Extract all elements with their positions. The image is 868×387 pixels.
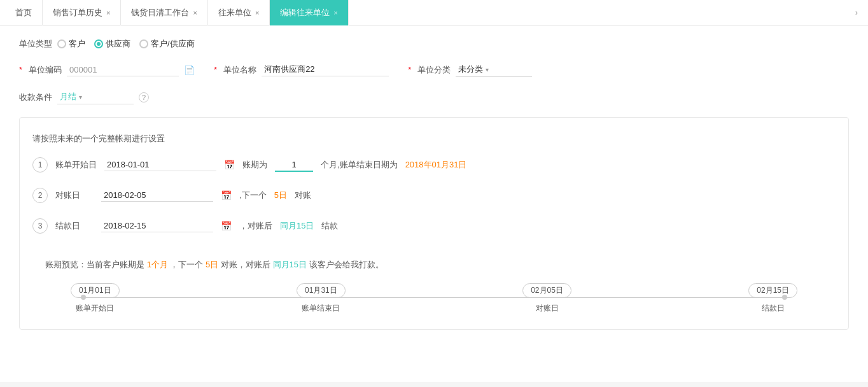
timeline-label-4: 结款日 [762,303,785,314]
reconcile-date-input[interactable] [101,189,213,202]
payment-condition-field: 收款条件 月结 ▾ ? [19,90,149,104]
reconcile-desc-prefix: ,下一个 [239,190,267,201]
row-label-1: 账单开始日 [55,159,97,171]
timeline-line [83,297,785,298]
section-title: 请按照未来的一个完整帐期进行设置 [32,133,836,144]
preview-prefix: 账期预览：当前客户账期是 [45,260,144,269]
unit-category-label: 单位分类 [417,64,451,76]
payment-desc-highlight: 同月15日 [280,220,314,232]
payment-condition-row: 收款条件 月结 ▾ ? [19,90,849,104]
payment-date-input[interactable] [101,220,213,232]
period-end-date: 2018年01月31日 [405,159,467,171]
unit-code-icon[interactable]: 📄 [184,65,195,75]
tab-partner-unit[interactable]: 往来单位 × [208,0,270,25]
timeline-label-3: 对账日 [536,303,559,314]
preview-middle1: ，下一个 [170,260,203,269]
payment-desc-prefix: ，对账后 [239,220,272,232]
unit-name-label: 单位名称 [223,64,256,76]
reconcile-date-calendar-icon[interactable]: 📅 [221,190,232,201]
timeline-wrapper: 01月01日 账单开始日 01月31日 账单结束日 02月05日 对账日 02月… [45,283,823,314]
row-num-3: 3 [32,218,48,234]
timeline-dot-right [782,295,787,300]
unit-type-label: 单位类型 [19,38,52,50]
payment-date-calendar-icon[interactable]: 📅 [221,221,232,231]
unit-name-field: * 单位名称 [214,64,389,76]
preview-highlight2: 5日 [206,260,218,269]
period-label: 账期为 [242,159,267,171]
preview-section: 账期预览：当前客户账期是 1个月 ，下一个 5日 对账，对账后 同月15日 该客… [32,249,836,314]
config-row-3: 3 结款日 📅 ，对账后 同月15日 结款 [32,218,836,234]
radio-both-label: 客户/供应商 [151,38,195,50]
close-tab-edit-partner[interactable]: × [333,9,337,17]
timeline-point-4: 02月15日 结款日 [748,283,797,314]
row-num-1: 1 [32,157,48,172]
timeline-point-2: 01月31日 账单结束日 [297,283,346,314]
config-section: 请按照未来的一个完整帐期进行设置 1 账单开始日 📅 账期为 个月,账单结束日期… [19,117,849,330]
tab-edit-partner[interactable]: 编辑往来单位 × [270,0,348,25]
name-required-star: * [214,65,217,74]
payment-condition-label: 收款条件 [19,92,52,103]
timeline-label-1: 账单开始日 [76,303,114,314]
preview-text: 账期预览：当前客户账期是 1个月 ，下一个 5日 对账，对账后 同月15日 该客… [45,259,823,271]
close-tab-partner[interactable]: × [255,9,259,17]
payment-condition-value: 月结 [60,91,76,102]
reconcile-desc-suffix: 对账 [295,190,311,201]
main-content: 单位类型 客户 供应商 客户/供应商 * 单位编码 [0,25,868,382]
row-num-2: 2 [32,188,48,203]
unit-name-input[interactable] [262,64,389,76]
preview-highlight3: 同月15日 [273,260,307,269]
tab-sales-order-history[interactable]: 销售订单历史 × [43,0,121,25]
unit-code-input[interactable] [67,64,179,76]
close-tab-cash[interactable]: × [193,9,197,17]
reconcile-desc-highlight: 5日 [274,190,287,201]
radio-supplier-circle [94,39,103,48]
close-tab-sales[interactable]: × [106,9,110,17]
timeline-pill-2: 01月31日 [297,283,346,298]
unit-code-label: 单位编码 [29,64,62,76]
radio-customer-label: 客户 [69,38,85,50]
preview-highlight1: 1个月 [147,260,168,269]
radio-both-circle [139,39,148,48]
unit-type-radio-group: 客户 供应商 客户/供应商 [57,38,195,50]
timeline-pill-4: 02月15日 [748,283,797,298]
radio-customer[interactable]: 客户 [57,38,85,50]
payment-condition-select[interactable]: 月结 ▾ [57,90,134,104]
code-required-star: * [19,65,22,74]
timeline-point-3: 02月05日 对账日 [522,283,571,314]
unit-category-value: 未分类 [458,64,483,75]
tab-home[interactable]: 首页 [5,0,43,25]
period-unit-text: 个月,账单结束日期为 [321,159,398,171]
tab-cash-ledger[interactable]: 钱货日清工作台 × [121,0,207,25]
timeline-points: 01月01日 账单开始日 01月31日 账单结束日 02月05日 对账日 02月… [71,283,797,314]
unit-type-row: 单位类型 客户 供应商 客户/供应商 [19,38,849,50]
timeline-label-2: 账单结束日 [302,303,340,314]
start-date-calendar-icon[interactable]: 📅 [224,160,235,170]
radio-supplier[interactable]: 供应商 [94,38,130,50]
tab-scroll-arrow[interactable]: › [850,8,863,17]
preview-suffix: 该客户会给我打款。 [309,260,384,269]
unit-code-field: * 单位编码 📄 [19,64,195,76]
category-chevron-icon: ▾ [486,66,489,73]
unit-category-select[interactable]: 未分类 ▾ [456,62,532,77]
timeline-pill-3: 02月05日 [522,283,571,298]
config-row-2: 2 对账日 📅 ,下一个 5日 对账 [32,188,836,203]
timeline-pill-1: 01月01日 [71,283,120,298]
payment-condition-help-icon[interactable]: ? [139,92,149,102]
start-date-input[interactable] [104,158,216,171]
category-required-star: * [408,65,411,74]
timeline-dot-left [81,295,86,300]
row-label-2: 对账日 [55,190,94,201]
payment-condition-chevron: ▾ [79,94,82,101]
row-label-3: 结款日 [55,220,94,232]
radio-both[interactable]: 客户/供应商 [139,38,195,50]
timeline-point-1: 01月01日 账单开始日 [71,283,120,314]
radio-customer-circle [57,39,66,48]
tab-bar: 首页 销售订单历史 × 钱货日清工作台 × 往来单位 × 编辑往来单位 × › [0,0,868,25]
payment-desc-suffix: 结款 [321,220,338,232]
config-row-1: 1 账单开始日 📅 账期为 个月,账单结束日期为 2018年01月31日 [32,157,836,172]
preview-middle2: 对账，对账后 [221,260,270,269]
code-name-category-row: * 单位编码 📄 * 单位名称 * 单位分类 未分类 ▾ [19,62,849,77]
unit-type-field: 单位类型 客户 供应商 客户/供应商 [19,38,195,50]
period-value-input[interactable] [275,158,313,172]
radio-supplier-label: 供应商 [106,38,130,50]
